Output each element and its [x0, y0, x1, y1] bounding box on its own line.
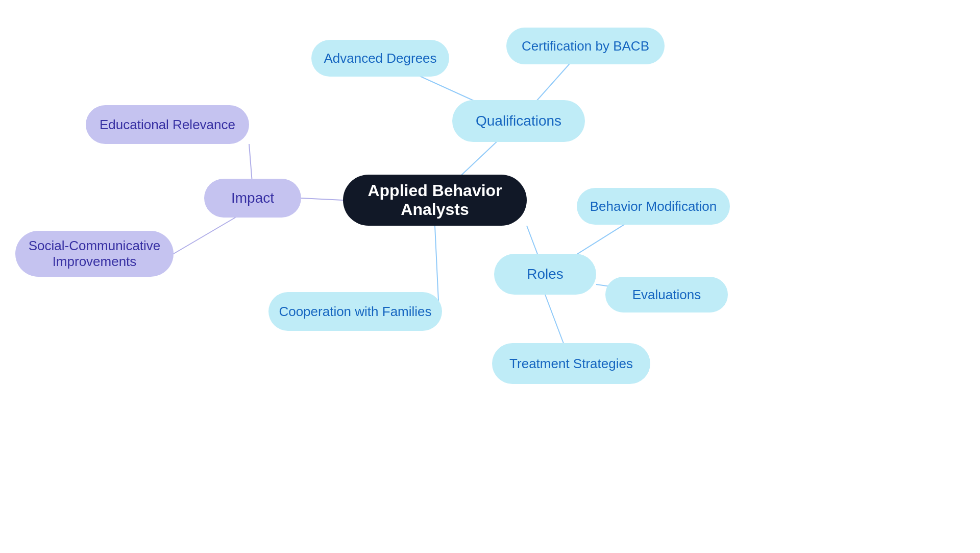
svg-line-8: [301, 198, 343, 200]
certification-label: Certification by BACB: [522, 38, 649, 54]
evaluations-label: Evaluations: [632, 287, 701, 303]
educational-relevance-node: Educational Relevance: [86, 105, 249, 144]
social-communicative-node: Social-Communicative Improvements: [15, 231, 174, 277]
advanced-degrees-label: Advanced Degrees: [324, 51, 436, 66]
social-communicative-label: Social-Communicative Improvements: [15, 238, 174, 270]
cooperation-label: Cooperation with Families: [279, 304, 431, 320]
impact-label: Impact: [231, 190, 274, 206]
roles-label: Roles: [527, 266, 564, 282]
center-node: Applied Behavior Analysts: [343, 175, 527, 226]
treatment-strategies-node: Treatment Strategies: [492, 343, 650, 384]
qualifications-label: Qualifications: [476, 113, 561, 129]
center-label: Applied Behavior Analysts: [343, 181, 527, 219]
certification-node: Certification by BACB: [506, 28, 665, 64]
advanced-degrees-node: Advanced Degrees: [311, 40, 449, 77]
behavior-modification-node: Behavior Modification: [577, 188, 730, 225]
qualifications-node: Qualifications: [452, 100, 585, 142]
behavior-modification-label: Behavior Modification: [590, 199, 717, 214]
evaluations-node: Evaluations: [605, 277, 728, 312]
educational-relevance-label: Educational Relevance: [100, 117, 235, 133]
impact-node: Impact: [204, 179, 301, 218]
treatment-strategies-label: Treatment Strategies: [509, 356, 633, 372]
roles-node: Roles: [494, 254, 596, 295]
cooperation-node: Cooperation with Families: [268, 292, 442, 331]
